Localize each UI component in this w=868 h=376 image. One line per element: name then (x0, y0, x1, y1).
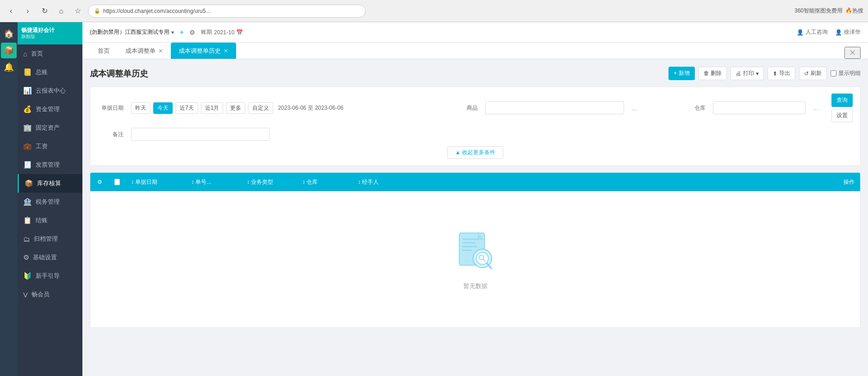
ledger-icon: 📒 (23, 68, 32, 76)
address-bar[interactable]: 🔒 https://cloud.chanjet.com/accounting/u… (88, 5, 366, 18)
show-cols-checkbox[interactable] (831, 70, 837, 76)
th-biz-type[interactable]: ↕ 业务类型 (241, 178, 297, 186)
export-btn[interactable]: ⬆ 导出 (768, 67, 795, 80)
th-date[interactable]: ↕ 单据日期 (125, 178, 186, 186)
th-handler[interactable]: ↕ 经手人 (352, 178, 408, 186)
consult-btn[interactable]: 👤 人工咨询 (797, 28, 828, 36)
sidebar-label-member: 畅会员 (31, 290, 50, 299)
rail-icon-1[interactable]: 🏠 (1, 26, 17, 42)
sidebar-item-tax[interactable]: 🏦税务管理 (18, 193, 82, 211)
sidebar-item-inventory[interactable]: 📦库存核算 (18, 174, 82, 193)
th-warehouse[interactable]: ↕ 仓库 (297, 178, 352, 186)
forward-button[interactable]: › (21, 5, 34, 18)
calendar-icon[interactable]: 📅 (236, 29, 243, 36)
fixed-assets-icon: 🏢 (23, 124, 32, 132)
period-label: 账期 (201, 28, 212, 36)
back-button[interactable]: ‹ (5, 5, 18, 18)
rail-icon-2[interactable]: 📦 (1, 43, 17, 58)
sidebar-item-fixed-assets[interactable]: 🏢固定资产 (18, 119, 82, 137)
logo-text: 畅捷通好会计 (21, 27, 55, 33)
main-content: (勿删勿禁用）江西服宝测试专用 ▾ + ⚙ 账期 2021-10 📅 👤 人工咨… (82, 22, 868, 376)
filter-settings-btn[interactable]: 设置 (831, 109, 853, 122)
empty-state: 暂无数据 (90, 191, 860, 327)
sidebar-item-invoice[interactable]: 🧾发票管理 (18, 156, 82, 174)
date-last7days-btn[interactable]: 近7天 (175, 102, 198, 114)
sidebar-item-archive[interactable]: 🗂归档管理 (18, 230, 82, 248)
warehouse-more-btn[interactable]: ... (813, 104, 818, 112)
logo-sub: 旗舰版 (21, 33, 55, 40)
print-label: 打印 (743, 69, 754, 77)
reload-button[interactable]: ↻ (38, 5, 51, 18)
sidebar-label-inventory: 库存核算 (37, 179, 61, 188)
date-quick-btns: 昨天 今天 近7天 近1月 更多 自定义 2023-06-06 至 2023-0… (131, 102, 343, 114)
export-icon: ⬆ (773, 70, 777, 77)
browser-tools: 360智能抠图免费用 🔥热搜 (794, 7, 863, 15)
page-title: 成本调整单历史 (90, 68, 148, 79)
sidebar-item-reports[interactable]: 📊云报表中心 (18, 81, 82, 100)
filter-row-2: 备注 (98, 128, 853, 141)
chevron-down-icon: ▾ (171, 29, 174, 36)
guide-icon: 🔰 (23, 272, 32, 280)
th-check[interactable] (109, 179, 125, 185)
sidebar-item-payroll[interactable]: 💼工资 (18, 137, 82, 156)
tab-cost-adjust-history[interactable]: 成本调整单历史 ✕ (171, 43, 236, 59)
svg-point-7 (476, 252, 488, 264)
date-today-btn[interactable]: 今天 (153, 102, 173, 114)
warehouse-filter-input[interactable] (713, 101, 806, 114)
sidebar-item-ledger[interactable]: 📒总账 (18, 63, 82, 81)
note-filter-input[interactable] (131, 128, 270, 141)
data-table: ⚙ ↕ 单据日期 ↕ 单号... ↕ 业务类型 ↕ 仓库 (90, 172, 861, 328)
tab-home[interactable]: 首页 (90, 43, 118, 59)
query-btn[interactable]: 查询 (831, 94, 853, 107)
icon-rail: 🏠 📦 🔔 (0, 22, 18, 376)
collapse-btn[interactable]: ▲ 收起更多条件 (447, 146, 503, 159)
rail-icon-3[interactable]: 🔔 (1, 59, 17, 75)
date-custom-btn[interactable]: 自定义 (248, 102, 273, 114)
th-settings[interactable]: ⚙ (90, 179, 109, 185)
avatar-icon: 👤 (835, 29, 842, 36)
tab-cost-adjust-close[interactable]: ✕ (158, 48, 163, 54)
th-bill-no-label: ↕ 单号... (191, 178, 211, 186)
goods-more-btn[interactable]: ... (631, 104, 637, 112)
url-text: https://cloud.chanjet.com/accounting/uru… (103, 8, 210, 14)
select-all-checkbox[interactable] (114, 179, 120, 185)
account-selector[interactable]: (勿删勿禁用）江西服宝测试专用 ▾ (90, 28, 174, 36)
show-cols-toggle[interactable]: 显示明细 (831, 69, 861, 77)
export-label: 导出 (779, 69, 790, 77)
settings-icon[interactable]: ⚙ (189, 29, 195, 36)
th-bill-no[interactable]: ↕ 单号... (186, 178, 241, 186)
user-menu[interactable]: 👤 徐泽华 (835, 28, 861, 36)
sidebar-label-guide: 新手引导 (36, 272, 60, 280)
sidebar-item-home[interactable]: ⌂首页 (18, 44, 82, 63)
tab-cost-adjust[interactable]: 成本调整单 ✕ (118, 43, 171, 59)
date-more-btn[interactable]: 更多 (226, 102, 245, 114)
add-account-btn[interactable]: + (180, 28, 184, 37)
date-last1month-btn[interactable]: 近1月 (201, 102, 224, 114)
sidebar-item-settings[interactable]: ⚙基础设置 (18, 248, 82, 267)
user-icon: 👤 (797, 29, 804, 36)
filter-section: 单据日期 昨天 今天 近7天 近1月 更多 自定义 2023-06-06 至 2… (90, 87, 861, 166)
goods-filter-label: 商品 (452, 104, 478, 112)
print-chevron: ▾ (756, 70, 759, 77)
star-button[interactable]: ☆ (71, 5, 84, 18)
sidebar-item-closing[interactable]: 📋结账 (18, 211, 82, 230)
refresh-btn[interactable]: ↺ 刷新 (799, 67, 827, 80)
filter-collapse-row: ▲ 收起更多条件 (98, 146, 853, 159)
member-icon: V (23, 291, 28, 299)
date-filter-label: 单据日期 (98, 104, 124, 112)
sidebar-item-guide[interactable]: 🔰新手引导 (18, 267, 82, 285)
goods-filter-input[interactable] (485, 101, 624, 114)
th-warehouse-label: ↕ 仓库 (302, 178, 318, 186)
window-close-btn[interactable]: ✕ (844, 47, 861, 59)
home-button[interactable]: ⌂ (55, 5, 68, 18)
delete-btn[interactable]: 🗑 删除 (699, 67, 727, 80)
archive-icon: 🗂 (23, 235, 30, 243)
print-btn[interactable]: 🖨 打印 ▾ (731, 67, 764, 80)
th-actions-label: 操作 (843, 178, 855, 186)
sidebar-item-member[interactable]: V畅会员 (18, 285, 82, 304)
tab-cost-adjust-history-close[interactable]: ✕ (224, 48, 228, 54)
sidebar-item-funds[interactable]: 💰资金管理 (18, 100, 82, 119)
date-yesterday-btn[interactable]: 昨天 (131, 102, 150, 114)
sidebar-label-reports: 云报表中心 (36, 87, 66, 95)
new-btn[interactable]: + 新增 (668, 67, 694, 80)
